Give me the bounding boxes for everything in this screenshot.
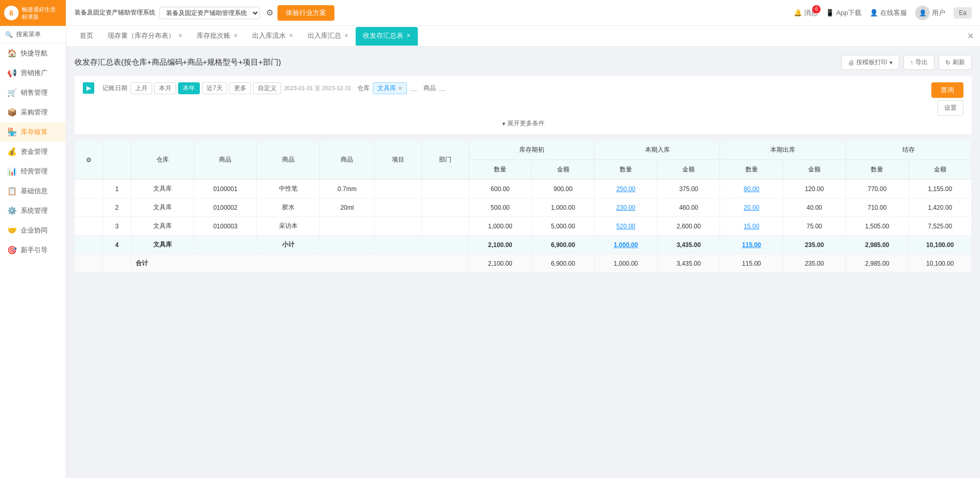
close-all-tabs-icon[interactable]: ✕ (967, 31, 974, 41)
app-download-btn[interactable]: 📱 App下载 (826, 8, 861, 18)
close-amt-header: 金额 (909, 160, 971, 180)
out-qty-link[interactable]: 20.00 (744, 204, 759, 211)
filter-expand-arrow[interactable]: ▶ (83, 82, 94, 94)
system-title: 装备及固定资产辅助管理系统 (75, 8, 155, 17)
online-service-btn[interactable]: 👤 在线客服 (870, 8, 907, 18)
notification-btn[interactable]: 🔔 6 消息 (794, 8, 817, 18)
sidebar-item-operations[interactable]: 📊 经营管理 (0, 162, 66, 181)
sidebar-item-purchase[interactable]: 📦 采购管理 (0, 103, 66, 122)
in-qty-link[interactable]: 230.00 (617, 204, 636, 211)
sidebar-item-finance[interactable]: 💰 资金管理 (0, 142, 66, 162)
out-qty-link[interactable]: 80.00 (744, 185, 759, 193)
warehouse-tag-close[interactable]: ✕ (398, 85, 402, 91)
gear-icon: ⚙️ (7, 206, 17, 215)
tab-batch-ledger[interactable]: 库存批次账 ✕ (189, 27, 245, 46)
export-btn[interactable]: ↑ 导出 (903, 55, 934, 70)
settings-col-header[interactable]: ⚙ (75, 140, 103, 180)
tab-close-batch-ledger[interactable]: ✕ (233, 33, 238, 38)
refresh-btn[interactable]: ↻ 刷新 (939, 55, 972, 70)
in-qty-link[interactable]: 520.00 (617, 223, 636, 230)
warehouse-tag[interactable]: 文具库 ✕ (373, 82, 407, 94)
date-btn-more[interactable]: 更多 (229, 82, 251, 94)
money-icon: 💰 (7, 147, 17, 156)
filter-settings-btn[interactable]: 设置 (938, 100, 963, 116)
filter-warehouse-item: 仓库 文具库 ✕ ... (357, 82, 417, 94)
tab-recv-send-summary[interactable]: 收发存汇总表 ✕ (356, 27, 418, 46)
out-qty-link-sub[interactable]: 115.00 (742, 241, 761, 249)
table-settings-icon[interactable]: ⚙ (86, 156, 92, 164)
row-project (374, 180, 421, 198)
date-btn-last-month[interactable]: 上月 (130, 82, 152, 94)
in-qty-link[interactable]: 250.00 (617, 185, 636, 193)
tab-in-out-flow[interactable]: 出入库流水 ✕ (245, 27, 300, 46)
row-out-amt: 40.00 (783, 198, 845, 217)
in-qty-link-sub[interactable]: 1,000.00 (614, 241, 638, 249)
row-out-qty[interactable]: 15.00 (720, 217, 783, 236)
open-amt-header: 金额 (532, 160, 594, 180)
expand-conditions-btn[interactable]: ▾ 展开更多条件 (83, 119, 963, 128)
date-btn-7days[interactable]: 近7天 (202, 82, 227, 94)
print-btn[interactable]: 🖨 按模板打印 ▾ (841, 55, 899, 70)
sidebar-item-sales[interactable]: 🛒 销售管理 (0, 83, 66, 103)
tab-home[interactable]: 首页 (72, 27, 100, 46)
row-out-qty[interactable]: 20.00 (720, 198, 783, 217)
settings-gear-icon[interactable]: ⚙ (266, 8, 273, 18)
row-out-amt: 75.00 (783, 217, 845, 236)
tab-close-recv-send-summary[interactable]: ✕ (406, 33, 411, 38)
date-btn-this-month[interactable]: 本月 (154, 82, 176, 94)
sidebar-item-quick-nav[interactable]: 🏠 快捷导航 (0, 44, 66, 63)
code-col-header: 商品 (194, 140, 257, 180)
row-warehouse: 文具库 (131, 217, 194, 236)
row-dept (422, 198, 469, 217)
sidebar-item-marketing[interactable]: 📢 营销推广 (0, 63, 66, 83)
row-out-qty[interactable]: 80.00 (720, 180, 783, 198)
row-close-qty: 710.00 (846, 198, 909, 217)
row-open-amt: 6,900.00 (532, 236, 594, 254)
row-in-qty[interactable]: 1,000.00 (594, 236, 657, 254)
tab-close-stock-dist[interactable]: ✕ (178, 33, 182, 38)
experience-btn[interactable]: 体验行业方案 (277, 5, 334, 21)
row-in-qty[interactable]: 520.00 (594, 217, 657, 236)
box-icon: 📦 (7, 108, 17, 117)
sidebar-search[interactable]: 🔍 搜索菜单 (0, 26, 66, 44)
user-avatar: 👤 (915, 6, 930, 20)
user-avatar-btn[interactable]: 👤 用户 (915, 6, 945, 20)
system-select[interactable]: 装备及固定资产辅助管理系统 (159, 7, 260, 19)
row-no: 1 (103, 180, 131, 198)
footer-settings-cell (75, 254, 103, 273)
date-btn-this-year[interactable]: 本年 (178, 82, 200, 94)
tab-in-out-summary[interactable]: 出入库汇总 ✕ (300, 27, 356, 46)
sidebar-item-guide[interactable]: 🎯 新手引导 (0, 240, 66, 260)
tab-close-in-out-summary[interactable]: ✕ (344, 33, 348, 38)
table-container: ⚙ 仓库 商品 商品 商品 项目 部门 库存期初 本期入库 本期出库 (75, 140, 972, 272)
sidebar-item-system[interactable]: ⚙️ 系统管理 (0, 201, 66, 221)
chart-icon: 📊 (7, 167, 17, 176)
store-icon: 🏪 (7, 127, 17, 137)
row-in-qty[interactable]: 230.00 (594, 198, 657, 217)
handshake-icon: 🤝 (7, 226, 17, 235)
tab-stock-dist[interactable]: 现存量（库存分布表） ✕ (100, 27, 189, 46)
row-project (374, 217, 421, 236)
tab-close-in-out-flow[interactable]: ✕ (289, 33, 293, 38)
sidebar-item-basic[interactable]: 📋 基础信息 (0, 181, 66, 201)
row-name: 采访本 (257, 217, 319, 236)
marketing-icon: 📢 (7, 68, 17, 78)
tab-bar: 首页 现存量（库存分布表） ✕ 库存批次账 ✕ 出入库流水 ✕ 出入库汇总 ✕ … (66, 26, 980, 47)
warehouse-more[interactable]: ... (410, 84, 417, 93)
date-btn-custom[interactable]: 自定义 (253, 82, 281, 94)
in-amt-header: 金额 (657, 160, 720, 180)
footer-in-qty: 1,000.00 (594, 254, 657, 273)
query-btn[interactable]: 查询 (931, 82, 963, 98)
row-out-qty[interactable]: 115.00 (720, 236, 783, 254)
out-qty-link[interactable]: 15.00 (744, 223, 759, 230)
row-spec: 0.7mm (319, 180, 374, 198)
goods-more[interactable]: ... (439, 84, 446, 93)
row-code (194, 236, 257, 254)
row-settings-cell (75, 217, 103, 236)
sidebar-item-enterprise[interactable]: 🤝 企业协同 (0, 221, 66, 240)
row-close-amt: 1,420.00 (909, 198, 971, 217)
sidebar-item-inventory[interactable]: 🏪 库存核算 (0, 122, 66, 142)
row-in-qty[interactable]: 250.00 (594, 180, 657, 198)
in-qty-header: 数量 (594, 160, 657, 180)
logo-icon: 6 (4, 6, 19, 20)
